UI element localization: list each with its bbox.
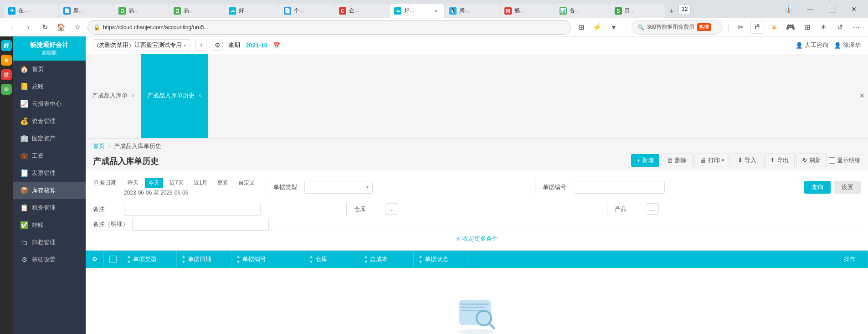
show-detail-checkbox[interactable] <box>829 157 835 164</box>
th-total-cost[interactable]: ▲ ▼ 总成本 <box>359 251 414 268</box>
company-selector[interactable]: (勿删勿禁用）江西服宝测试专用 ▾ <box>93 39 190 51</box>
export-button[interactable]: ⬆ 导出 <box>764 154 795 167</box>
th-checkbox[interactable] <box>104 251 122 268</box>
date-btn-yesterday[interactable]: 昨天 <box>124 178 142 188</box>
sidebar-item-salary[interactable]: 💼 工资 <box>13 147 86 164</box>
tab-7[interactable]: C 企... <box>334 4 389 18</box>
sidebar-item-settings[interactable]: ⚙ 基础设置 <box>13 251 86 268</box>
undo-icon[interactable]: ↺ <box>833 21 846 34</box>
import-button[interactable]: ⬇ 导入 <box>732 154 762 167</box>
page-tab-doc-history[interactable]: 产成品入库单历史 × <box>141 54 208 138</box>
th-doc-type[interactable]: ▲ ▼ 单据类型 <box>122 251 177 268</box>
tab-2[interactable]: 📄 新... <box>59 4 113 18</box>
select-all-checkbox[interactable] <box>109 256 117 263</box>
dropdown-icon[interactable]: ▾ <box>607 21 620 34</box>
customer-service-button[interactable]: 👤 人工咨询 <box>796 41 828 49</box>
tab-count[interactable]: 12 <box>678 4 691 14</box>
forward-button[interactable]: › <box>22 21 35 34</box>
tab-12[interactable]: S 目... <box>610 4 665 18</box>
sidebar-item-ledger[interactable]: 📒 总账 <box>13 78 86 95</box>
close-panel-button[interactable]: × <box>859 91 864 101</box>
note-input[interactable] <box>124 203 261 216</box>
date-btn-1month[interactable]: 近1月 <box>190 178 211 188</box>
th-settings[interactable]: ⚙ <box>86 251 104 268</box>
address-input[interactable]: 🔒 https://cloud.chanjet.com/accounting/u… <box>87 20 571 35</box>
tab-1[interactable]: ✈ 在... <box>4 4 58 18</box>
brightness-icon[interactable]: ☀ <box>817 21 830 34</box>
grid-icon[interactable]: ⊞ <box>575 21 587 34</box>
sidebar-item-funds[interactable]: 💰 资金管理 <box>13 113 86 130</box>
app-icon-mail[interactable]: ✉ <box>1 84 12 95</box>
app-icon-star[interactable]: ★ <box>1 55 12 66</box>
sidebar-item-checkout[interactable]: ✅ 结账 <box>13 216 86 234</box>
gear-settings-button[interactable]: ⚙ <box>212 40 223 51</box>
yuan-icon[interactable]: ¥ <box>768 21 781 34</box>
sort-doc-status-icon: ▲ ▼ <box>418 254 423 264</box>
tab-4[interactable]: 🗒 易... <box>169 4 224 18</box>
collapse-button[interactable]: ∧ 收起更多条件 <box>93 231 861 243</box>
tab-9[interactable]: 🐧 腾... <box>445 4 499 18</box>
calendar-icon[interactable]: 📅 <box>273 42 280 49</box>
app-icon-chanjet[interactable]: 好 <box>1 40 12 51</box>
refresh-button[interactable]: ↻ 刷新 <box>796 154 827 167</box>
sidebar-item-invoice[interactable]: 🧾 发票管理 <box>13 164 86 182</box>
win-minimize-button[interactable]: — <box>800 2 821 16</box>
date-btn-today[interactable]: 今天 <box>145 178 163 188</box>
show-detail-toggle[interactable]: 显示明细 <box>829 156 861 164</box>
back-button[interactable]: ‹ <box>5 21 18 34</box>
more-icon[interactable]: ⋯ <box>850 21 863 34</box>
win-maximize-button[interactable]: ⬜ <box>822 2 842 16</box>
tab-3[interactable]: 🗒 易... <box>114 4 169 18</box>
lightning-icon[interactable]: ⚡ <box>591 21 604 34</box>
tab-11[interactable]: 📊 各... <box>555 4 610 18</box>
page-tab-doc-list[interactable]: 产成品入库单 × <box>86 54 141 138</box>
date-btn-more[interactable]: 更多 <box>214 178 232 188</box>
win-close-button[interactable]: ✕ <box>843 2 864 16</box>
new-tab-button[interactable]: + <box>665 5 678 18</box>
doc-num-input[interactable] <box>574 181 665 194</box>
tab-10[interactable]: M 畅... <box>500 4 555 18</box>
tab-8[interactable]: ☁ 好... × <box>390 4 444 18</box>
print-button[interactable]: 🖨 打印 ▾ <box>694 154 730 167</box>
game-icon[interactable]: 🎮 <box>784 21 797 34</box>
translate-button[interactable]: 译 <box>750 21 764 34</box>
sidebar-item-home[interactable]: 🏠 首页 <box>13 61 86 78</box>
tab-6[interactable]: 📄 个... <box>279 4 334 18</box>
home-button[interactable]: 🏠 <box>55 21 67 34</box>
sidebar: 畅捷通好会计 旗舰版 🏠 首页 📒 总账 📈 云报表中心 💰 资金管理 🏢 <box>13 36 86 334</box>
delete-button[interactable]: 🗑 删除 <box>661 154 693 167</box>
doc-type-select[interactable]: ▾ <box>304 181 373 194</box>
user-profile-button[interactable]: 👤 徐泽华 <box>834 41 861 49</box>
sidebar-item-assets[interactable]: 🏢 固定资产 <box>13 130 86 147</box>
th-warehouse[interactable]: ▲ ▼ 仓库 <box>304 251 359 268</box>
smart-search-bar[interactable]: 🔍 360智能抠图免费用 热搜 <box>632 20 723 35</box>
search-button[interactable]: 查询 <box>804 181 831 194</box>
add-company-button[interactable]: + <box>195 40 206 51</box>
scissors-icon[interactable]: ✂ <box>734 21 747 34</box>
bookmark-button[interactable]: ☆ <box>71 21 84 34</box>
page-tab-list-close[interactable]: × <box>131 92 134 99</box>
app-icon-weibo[interactable]: 微 <box>1 69 12 80</box>
note-detail-input[interactable] <box>132 218 269 231</box>
date-btn-7days[interactable]: 近7天 <box>166 178 187 188</box>
breadcrumb-home[interactable]: 首页 <box>93 142 105 150</box>
th-doc-status[interactable]: ▲ ▼ 单据状态 <box>414 251 468 268</box>
refresh-button[interactable]: ↻ <box>38 21 51 34</box>
warehouse-ellipsis-btn[interactable]: ... <box>385 203 398 215</box>
sidebar-item-tax[interactable]: 📋 税务管理 <box>13 199 86 216</box>
th-doc-num[interactable]: ▲ ▼ 单据编号 <box>231 251 304 268</box>
sidebar-item-reports[interactable]: 📈 云报表中心 <box>13 95 86 113</box>
add-button[interactable]: + 新增 <box>631 154 659 167</box>
layout-icon[interactable]: ⊞ <box>801 21 813 34</box>
sidebar-item-inventory[interactable]: 📦 库存核算 <box>13 182 86 199</box>
product-ellipsis-btn[interactable]: ... <box>646 203 659 215</box>
page-tab-history-close[interactable]: × <box>198 92 201 99</box>
th-doc-date[interactable]: ▲ ▼ 单据日期 <box>177 251 231 268</box>
date-btn-custom[interactable]: 自定义 <box>235 178 258 188</box>
win-shirt-icon[interactable]: 👔 <box>778 2 799 16</box>
tab-close-8[interactable]: × <box>432 7 440 15</box>
tab-5[interactable]: ☁ 好... <box>224 4 279 18</box>
sidebar-item-archive[interactable]: 🗂 归档管理 <box>13 234 86 251</box>
sidebar-logo-text: 畅捷通好会计 <box>30 41 68 49</box>
setting-button[interactable]: 设置 <box>834 181 861 194</box>
